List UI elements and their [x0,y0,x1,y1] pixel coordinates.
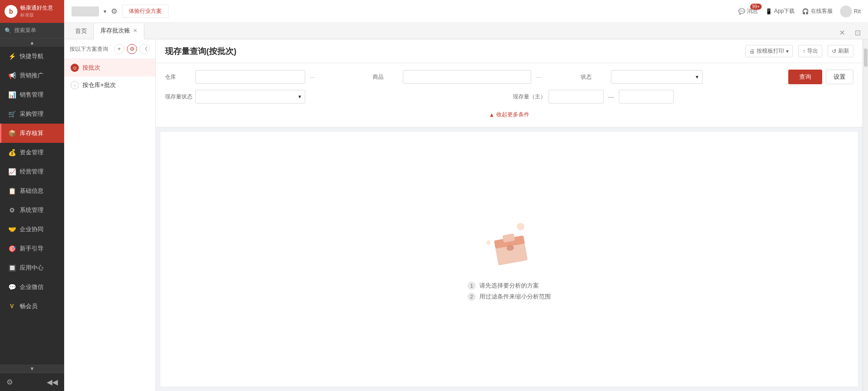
collapse-conditions-btn[interactable]: ▲ 收起更多条件 [165,109,853,120]
warehouse-dots-btn[interactable]: ··· [310,73,315,81]
query-area: 现存量查询(按批次) 🖨 按模板打印 ▾ ↑ 导出 ↺ 刷新 [156,39,863,391]
inventory-status-select[interactable]: ▾ [195,90,305,103]
svg-point-4 [517,223,524,230]
inventory-quantity-label: 现存量（主） [513,93,546,101]
sidebar-item-label: 系统管理 [20,206,44,214]
sidebar-item-finance[interactable]: 💰 资金管理 [0,143,64,162]
sidebar-item-quick-nav[interactable]: ⚡ 快捷导航 [0,47,64,66]
action-btns: 查询 设置 [788,70,853,84]
right-scrollbar[interactable] [863,39,868,391]
sidebar-item-marketing[interactable]: 📢 营销推广 [0,66,64,85]
sidebar-item-basic[interactable]: 📋 基础信息 [0,181,64,201]
sidebar-item-label: 销售管理 [20,91,44,99]
query-header-actions: 🖨 按模板打印 ▾ ↑ 导出 ↺ 刷新 [745,45,853,57]
quantity-max-input[interactable] [619,90,674,103]
warehouse-input[interactable] [195,70,305,84]
inventory-quantity-field: 现存量（主） — [513,90,853,103]
sidebar-item-label: 企业协同 [20,225,44,234]
filter-item-batch-label: 按批次 [82,64,100,72]
search-label: 搜索菜单 [14,27,36,34]
message-count: 99+ [750,4,762,10]
export-icon: ↑ [802,48,805,54]
export-btn[interactable]: ↑ 导出 [798,45,822,57]
filter-item-warehouse-batch[interactable]: ○ 按仓库+批次 [64,76,155,94]
tab-inventory-batch[interactable]: 库存批次账 ✕ [94,23,144,39]
sidebar-item-newbie[interactable]: 🎯 新手引导 [0,239,64,258]
dropdown-icon[interactable]: ▾ [104,8,106,15]
quantity-min-input[interactable] [549,90,604,103]
topbar-gear-icon[interactable]: ⚙ [111,7,117,16]
goods-input[interactable] [403,70,531,84]
scroll-down-btn[interactable]: ▼ [0,364,64,373]
expand-icon[interactable]: ⊡ [855,28,861,37]
purchase-icon: 🛒 [8,110,16,118]
settings-icon[interactable]: ⚙ [6,378,13,386]
sidebar-footer: ⚙ ◀◀ [0,373,64,391]
sidebar-item-enterprise[interactable]: 🤝 企业协同 [0,220,64,239]
sidebar-item-member[interactable]: V 畅会员 [0,297,64,316]
sidebar-item-purchase[interactable]: 🛒 采购管理 [0,104,64,124]
tab-home[interactable]: 首页 [69,23,94,39]
scroll-up-btn[interactable]: ▲ [0,38,64,47]
status-label: 状态 [581,73,608,81]
app-version: 标准版 [20,12,53,18]
sidebar-item-enterprise-wechat[interactable]: 💬 企业微信 [0,277,64,297]
empty-step-1: 1 请先选择要分析的方案 [467,282,551,290]
sidebar-item-app-center[interactable]: 🔲 应用中心 [0,258,64,277]
close-page-icon[interactable]: ✕ [839,28,845,37]
filter-form: 仓库 ··· 商品 ··· 状态 ▾ [156,63,863,127]
empty-state: 1 请先选择要分析的方案 2 用过滤条件来缩小分析范围 [160,132,858,386]
add-filter-btn[interactable]: + [114,44,124,54]
sidebar-item-operations[interactable]: 📈 经营管理 [0,162,64,181]
tab-inventory-batch-label: 库存批次账 [100,27,130,35]
chevron-up-icon: ▲ [489,112,494,118]
tab-close-icon[interactable]: ✕ [133,27,137,34]
customer-service-btn[interactable]: 🎧 在线客服 [802,7,833,15]
sidebar-item-system[interactable]: ⚙ 系统管理 [0,201,64,220]
sidebar-item-label: 采购管理 [20,110,44,118]
topbar: ▾ ⚙ 体验行业方案 💬 消息 99+ 📱 App下载 🎧 在线客服 Rit [64,0,868,23]
filter-panel-actions: + ⚙ 《 [114,44,150,54]
sidebar-item-label: 库存核算 [20,129,44,137]
page-title: 现存量查询(按批次) [165,46,236,57]
refresh-btn[interactable]: ↺ 刷新 [828,45,853,57]
topbar-breadcrumb-area [71,6,99,16]
query-btn[interactable]: 查询 [788,70,822,84]
enterprise-icon: 🤝 [8,225,16,234]
goods-field: 商品 ··· [373,70,573,84]
tabbar: 首页 库存批次账 ✕ ✕ ⊡ [64,23,868,39]
goods-dots-btn[interactable]: ··· [536,73,541,81]
sidebar-item-label: 经营管理 [20,168,44,176]
app-title: 畅康通好生意 [20,5,53,12]
filter-settings-btn[interactable]: ⚙ [127,44,137,54]
experience-industry-btn[interactable]: 体验行业方案 [122,5,169,18]
export-label: 导出 [807,47,818,55]
collapse-filter-btn[interactable]: 《 [140,44,150,54]
chevron-down-icon2: ▾ [298,93,301,100]
username-label: Rit [854,8,861,15]
topbar-right: 💬 消息 99+ 📱 App下载 🎧 在线客服 Rit [738,5,861,17]
sales-icon: 📊 [8,91,16,99]
inventory-status-field: 现存量状态 ▾ [165,90,505,103]
inventory-icon: 📦 [8,129,16,137]
collapse-sidebar-icon[interactable]: ◀◀ [47,378,58,386]
settings-btn[interactable]: 设置 [826,70,853,84]
filter-item-batch[interactable]: ⊙ 按批次 [64,59,155,76]
filter-panel-header: 按以下方案查询 + ⚙ 《 [64,39,155,59]
user-menu[interactable]: Rit [840,5,861,17]
app-download-btn[interactable]: 📱 App下载 [765,7,795,15]
sidebar-search[interactable]: 🔍 搜索菜单 [0,23,64,38]
avatar [840,5,852,17]
sidebar-nav: ⚡ 快捷导航 📢 营销推广 📊 销售管理 🛒 采购管理 📦 库存核算 💰 资金管… [0,47,64,364]
marketing-icon: 📢 [8,71,16,80]
newbie-icon: 🎯 [8,244,16,253]
sidebar: b 畅康通好生意 标准版 🔍 搜索菜单 ▲ ⚡ 快捷导航 📢 营销推广 📊 销售… [0,0,64,391]
sidebar-item-inventory[interactable]: 📦 库存核算 [0,124,64,143]
sidebar-item-sales[interactable]: 📊 销售管理 [0,85,64,104]
status-select[interactable]: ▾ [611,70,703,84]
print-dropdown-icon: ▾ [786,48,789,54]
print-btn[interactable]: 🖨 按模板打印 ▾ [745,45,793,57]
filter-row-1: 仓库 ··· 商品 ··· 状态 ▾ [165,70,853,84]
system-icon: ⚙ [8,206,16,214]
message-btn[interactable]: 💬 消息 99+ [738,7,758,15]
